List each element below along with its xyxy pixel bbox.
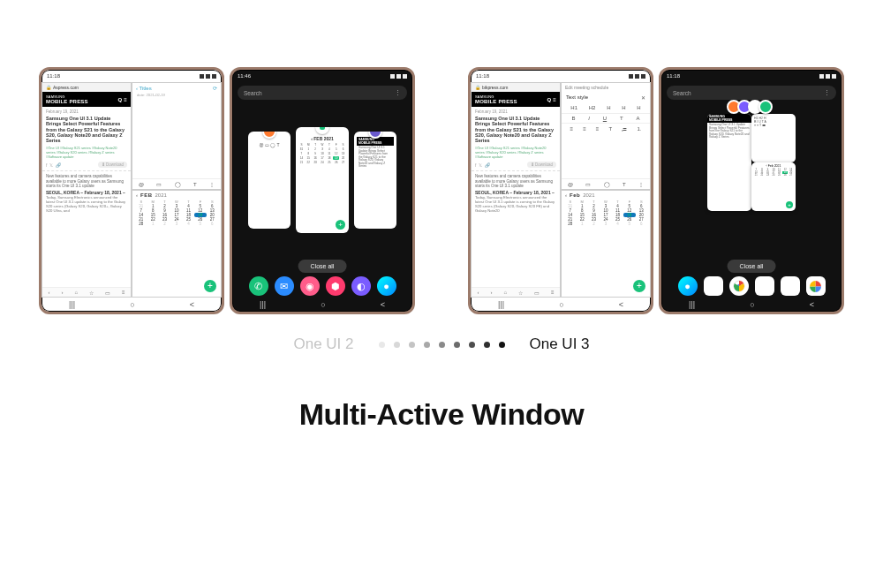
nav-home[interactable]: ○ bbox=[750, 300, 754, 309]
dot bbox=[484, 342, 490, 348]
calendar-grid[interactable]: SMTWTFS 31123456 78910111213 14151617181… bbox=[562, 200, 650, 226]
recents-area: @ ▭ ◯ T ‹ FEB 2021 SMTWTFS 31123456 7891… bbox=[232, 102, 412, 259]
twitter-icon[interactable]: 𝕏 bbox=[479, 162, 482, 168]
group-tile-calendar[interactable]: ‹ Feb 2021 78910111213 14151617181920 21… bbox=[751, 162, 796, 211]
tool-menu-icon[interactable]: ⋮ bbox=[209, 181, 215, 187]
recent-card-notes[interactable]: @ ▭ ◯ T bbox=[248, 132, 291, 229]
notes-toolbar: @ ▭ ◯ T ⋮ bbox=[562, 178, 650, 189]
tool-text-icon[interactable]: T bbox=[623, 182, 626, 187]
cal-prev-icon[interactable]: ‹ bbox=[136, 192, 138, 198]
browser-pane[interactable]: 🔒 Aspress.com SAMSUNG MOBILE PRESS Q ≡ F… bbox=[42, 82, 132, 298]
calendar-pane[interactable]: ‹ FEB 2021 SMTWTFS 31123456 78910111213 … bbox=[132, 190, 222, 298]
tool-menu-icon[interactable]: ⋮ bbox=[638, 181, 644, 187]
social-row: f 𝕏 🔗 ⬇ Download bbox=[46, 162, 127, 168]
cal-prev-icon[interactable]: ‹ bbox=[565, 192, 567, 198]
nav-recents[interactable]: ||| bbox=[498, 300, 504, 309]
recents-search[interactable]: Search ⋮ bbox=[238, 86, 407, 100]
group-tile-browser[interactable]: SAMSUNGMOBILE PRESS Samsung One UI 3.1 U… bbox=[707, 114, 751, 211]
close-icon[interactable]: ✕ bbox=[641, 94, 645, 101]
photos-app-icon[interactable] bbox=[806, 276, 826, 296]
nav-home[interactable]: ○ bbox=[559, 300, 563, 309]
nav-recents[interactable]: ||| bbox=[69, 300, 75, 309]
notes-pane[interactable]: ‹ Titles ⟳ Meeting Notes date: 2021-02-1… bbox=[132, 82, 222, 190]
search-icon[interactable]: Q ≡ bbox=[547, 97, 556, 102]
calendar-pane[interactable]: ‹ Feb 2021 SMTWTFS 31123456 78910111213 … bbox=[561, 190, 651, 298]
internet-app-icon[interactable]: ◐ bbox=[351, 276, 371, 296]
nav-back[interactable]: < bbox=[381, 300, 385, 309]
url-bar[interactable]: 🔒 Aspress.com bbox=[42, 83, 131, 92]
calendar-add-fab[interactable]: + bbox=[633, 280, 645, 292]
nav-fwd-icon[interactable]: › bbox=[490, 290, 492, 295]
recents-search[interactable]: Search ⋮ bbox=[667, 86, 836, 100]
youtube-app-icon[interactable]: ▶ bbox=[755, 276, 774, 296]
search-menu-icon[interactable]: ⋮ bbox=[824, 89, 830, 96]
lock-icon: 🔒 bbox=[46, 85, 51, 90]
dot bbox=[409, 342, 415, 348]
close-all-button[interactable]: Close all bbox=[298, 260, 347, 273]
article-date: February 19, 2021 bbox=[475, 109, 556, 114]
tool-attach-icon[interactable]: @ bbox=[568, 182, 573, 187]
nav-tabs-icon[interactable]: ▭ bbox=[534, 290, 540, 296]
notes-share-icon[interactable]: ⟳ bbox=[213, 85, 217, 91]
search-icon[interactable]: Q ≡ bbox=[118, 97, 127, 102]
gmail-app-icon[interactable]: M bbox=[781, 276, 800, 296]
search-menu-icon[interactable]: ⋮ bbox=[395, 89, 401, 96]
store-app-icon[interactable]: ⬢ bbox=[326, 276, 345, 296]
browser-pane[interactable]: 🔒 bikpress.com SAMSUNG MOBILE PRESS Q ≡ … bbox=[471, 82, 561, 298]
nav-menu-icon[interactable]: ≡ bbox=[551, 290, 555, 295]
twitter-icon[interactable]: 𝕏 bbox=[49, 162, 53, 168]
phone-app-icon[interactable]: ✆ bbox=[249, 276, 268, 296]
bixby-app-icon[interactable]: ● bbox=[377, 276, 396, 296]
nav-fwd-icon[interactable]: › bbox=[61, 290, 63, 295]
nav-back-icon[interactable]: ‹ bbox=[48, 290, 49, 295]
camera-app-icon[interactable]: ◉ bbox=[300, 276, 320, 296]
tool-text-icon[interactable]: T bbox=[193, 182, 197, 187]
tool-mic-icon[interactable]: ◯ bbox=[175, 181, 181, 187]
nav-home-icon[interactable]: ⌂ bbox=[74, 290, 78, 295]
calendar-grid[interactable]: SMTWTFS 31123456 78910111213 14151617181… bbox=[132, 200, 221, 226]
nav-back[interactable]: < bbox=[810, 300, 814, 309]
nav-home-icon[interactable]: ⌂ bbox=[503, 290, 507, 295]
device-oneui3-recents: 11:18 Search ⋮ SAMSUNGMOBILE PRESS bbox=[659, 67, 844, 314]
label-one-ui-2: One UI 2 bbox=[293, 335, 353, 353]
tool-mic-icon[interactable]: ◯ bbox=[604, 181, 610, 187]
version-labels-row: One UI 2 One UI 3 bbox=[0, 335, 883, 353]
nav-back-icon[interactable]: ‹ bbox=[477, 290, 479, 295]
group-tile-notes[interactable]: H1 H2 HB I U T A≡ ≡ T ≔ bbox=[751, 114, 796, 162]
text-style-title: Text style bbox=[566, 94, 588, 101]
nav-recents[interactable]: ||| bbox=[260, 300, 266, 309]
grouped-recent-card[interactable]: SAMSUNGMOBILE PRESS Samsung One UI 3.1 U… bbox=[698, 102, 804, 234]
nav-back[interactable]: < bbox=[619, 300, 623, 309]
nav-home[interactable]: ○ bbox=[321, 300, 325, 309]
nav-bookmark-icon[interactable]: ☆ bbox=[89, 290, 94, 296]
bixby-app-icon[interactable]: ● bbox=[678, 276, 698, 296]
tool-image-icon[interactable]: ▭ bbox=[156, 181, 162, 187]
close-all-button[interactable]: Close all bbox=[728, 260, 776, 273]
tool-image-icon[interactable]: ▭ bbox=[585, 181, 591, 187]
nav-back[interactable]: < bbox=[190, 300, 194, 309]
nav-home[interactable]: ○ bbox=[130, 300, 134, 309]
download-button[interactable]: ⬇ Download bbox=[527, 162, 556, 168]
format-row: BIUTA bbox=[562, 113, 650, 124]
nav-tabs-icon[interactable]: ▭ bbox=[105, 290, 110, 296]
play-store-icon[interactable]: ▶ bbox=[704, 276, 723, 296]
tool-attach-icon[interactable]: @ bbox=[139, 182, 144, 187]
url-text: Aspress.com bbox=[53, 85, 79, 90]
facebook-icon[interactable]: f bbox=[46, 162, 47, 168]
link-icon[interactable]: 🔗 bbox=[485, 162, 490, 168]
recent-card-calendar[interactable]: ‹ FEB 2021 SMTWTFS 31123456 78910111213 … bbox=[296, 127, 349, 233]
article: February 19, 2021 Samsung One UI 3.1 Upd… bbox=[42, 107, 131, 170]
notes-back[interactable]: ‹ Titles bbox=[136, 86, 152, 91]
calendar-add-fab[interactable]: + bbox=[204, 280, 216, 292]
nav-recents[interactable]: ||| bbox=[689, 300, 695, 309]
facebook-icon[interactable]: f bbox=[475, 162, 476, 168]
chrome-app-icon[interactable] bbox=[729, 276, 749, 296]
nav-bookmark-icon[interactable]: ☆ bbox=[518, 290, 523, 296]
notes-textstyle-pane[interactable]: Edit meeting schedule Text style ✕ H1H2H… bbox=[561, 82, 651, 190]
nav-menu-icon[interactable]: ≡ bbox=[122, 290, 125, 295]
url-bar[interactable]: 🔒 bikpress.com bbox=[472, 83, 560, 92]
download-button[interactable]: ⬇ Download bbox=[98, 162, 127, 168]
recent-card-browser[interactable]: SAMSUNGMOBILE PRESS Samsung One UI 3.1 U… bbox=[354, 132, 396, 229]
link-icon[interactable]: 🔗 bbox=[56, 162, 61, 168]
messages-app-icon[interactable]: ✉ bbox=[275, 276, 294, 296]
